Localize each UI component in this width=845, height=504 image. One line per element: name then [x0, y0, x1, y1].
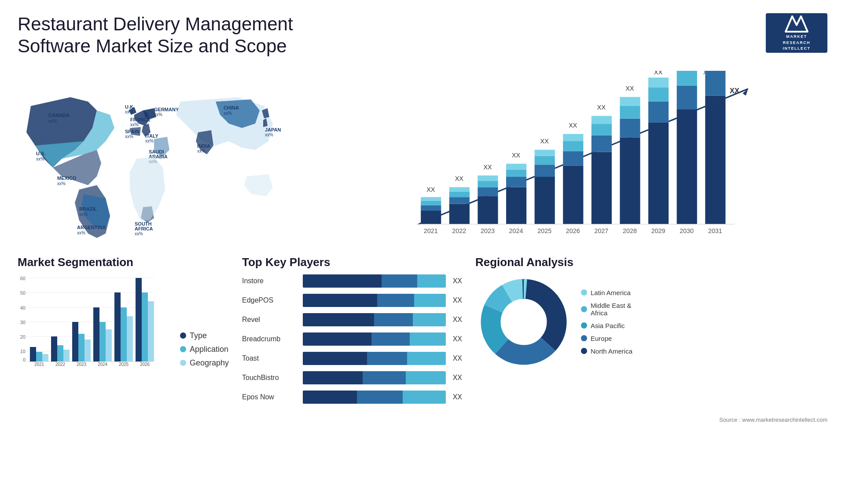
svg-text:2022: 2022: [55, 362, 66, 366]
svg-rect-41: [677, 86, 697, 109]
argentina-value: xx%: [77, 230, 85, 235]
player-row-revel: Revel XX: [242, 313, 462, 326]
segmentation-section: Market Segmentation 60 50 40 30 20 10 0: [18, 256, 229, 410]
year-2026: 2026: [566, 227, 580, 234]
svg-rect-61: [36, 352, 42, 362]
france-value: xx%: [130, 122, 139, 127]
legend-type-dot: [180, 332, 186, 339]
svg-rect-70: [84, 340, 91, 362]
bar-label-2029: XX: [654, 71, 663, 76]
svg-rect-35: [620, 97, 640, 106]
svg-point-89: [501, 299, 547, 345]
bar-chart-section: XX 2021 XX 2022 XX 2023 XX 2024: [326, 71, 827, 247]
svg-text:2021: 2021: [34, 362, 44, 366]
player-name-toast: Toast: [242, 354, 299, 362]
year-2021: 2021: [424, 227, 438, 234]
canada-label: CANADA: [48, 113, 70, 118]
svg-rect-44: [705, 71, 725, 95]
player-bar-instore: [303, 274, 446, 288]
source-text: Source : www.marketresearchintellect.com: [0, 416, 845, 423]
svg-rect-12: [478, 196, 498, 224]
japan-value: xx%: [265, 132, 273, 137]
italy-value: xx%: [145, 139, 154, 143]
legend-me-label: Middle East &Africa: [591, 302, 632, 317]
legend-ap-label: Asia Pacific: [591, 322, 625, 329]
japan-label: JAPAN: [265, 127, 281, 132]
logo-text: MARKETRESEARCHINTELLECT: [783, 34, 811, 52]
svg-rect-31: [592, 116, 612, 124]
year-2029: 2029: [651, 227, 665, 234]
svg-rect-14: [478, 181, 498, 187]
china-label: CHINA: [224, 105, 239, 110]
svg-rect-13: [478, 187, 498, 196]
year-2025: 2025: [537, 227, 551, 234]
page-header: Restaurant Delivery Management Software …: [0, 0, 845, 66]
svg-rect-72: [93, 307, 99, 362]
svg-rect-37: [648, 102, 669, 123]
legend-application-dot: [180, 346, 186, 352]
svg-rect-11: [449, 187, 470, 191]
svg-rect-68: [72, 322, 78, 362]
india-value: xx%: [197, 149, 206, 153]
regional-title: Regional Analysis: [475, 256, 827, 269]
logo-box: MARKETRESEARCHINTELLECT: [766, 13, 827, 53]
bottom-section: Market Segmentation 60 50 40 30 20 10 0: [0, 247, 845, 414]
legend-latin-america: Latin America: [581, 289, 632, 296]
svg-rect-26: [563, 141, 583, 151]
svg-rect-10: [449, 192, 470, 197]
southafrica-value: xx%: [135, 231, 143, 236]
bar-label-2028: XX: [625, 85, 634, 92]
svg-marker-0: [786, 16, 808, 32]
legend-na-label: North America: [591, 347, 632, 355]
uk-value: xx%: [125, 110, 133, 114]
svg-text:20: 20: [20, 334, 26, 340]
year-2030: 2030: [680, 227, 694, 234]
svg-text:0: 0: [23, 357, 26, 362]
players-title: Top Key Players: [242, 256, 462, 269]
donut-area: Latin America Middle East &Africa Asia P…: [475, 274, 827, 370]
player-row-breadcrumb: Breadcrumb XX: [242, 332, 462, 346]
brazil-value: xx%: [79, 212, 88, 217]
svg-rect-5: [421, 205, 441, 210]
uk-label: U.K.: [125, 104, 135, 110]
svg-rect-29: [592, 135, 612, 152]
bar-chart-svg: XX 2021 XX 2022 XX 2023 XX 2024: [326, 71, 827, 247]
legend-middle-east: Middle East &Africa: [581, 302, 632, 317]
legend-application: Application: [180, 345, 229, 354]
player-name-eposnow: Epos Now: [242, 393, 299, 401]
svg-rect-8: [449, 204, 470, 224]
player-row-touchbistro: TouchBistro XX: [242, 371, 462, 384]
players-list: Instore XX EdgePOS: [242, 274, 462, 404]
svg-rect-6: [421, 201, 441, 205]
svg-rect-38: [648, 88, 669, 102]
mexico-value: xx%: [57, 181, 66, 186]
legend-europe: Europe: [581, 335, 632, 342]
legend-north-america: North America: [581, 347, 632, 355]
world-map-svg: CANADA xx% U.S. xx% MEXICO xx% BRAZIL xx…: [18, 71, 317, 242]
year-2022: 2022: [452, 227, 466, 234]
legend-application-label: Application: [190, 345, 228, 354]
bar-label-2023: XX: [483, 163, 492, 170]
player-name-instore: Instore: [242, 277, 299, 285]
player-val-toast: XX: [453, 354, 462, 362]
bar-label-2027: XX: [597, 104, 606, 111]
svg-rect-33: [620, 118, 640, 137]
svg-rect-34: [620, 106, 640, 119]
svg-rect-28: [592, 152, 612, 224]
logo-icon: [783, 14, 810, 34]
player-bar-edgepos: [303, 294, 446, 307]
italy-label: ITALY: [145, 133, 159, 139]
svg-rect-21: [535, 164, 555, 177]
svg-rect-17: [506, 177, 526, 187]
svg-rect-7: [421, 197, 441, 201]
legend-type-label: Type: [190, 331, 207, 340]
page-title: Restaurant Delivery Management Software …: [18, 13, 326, 58]
svg-rect-76: [114, 292, 121, 362]
player-row-eposnow: Epos Now XX: [242, 391, 462, 404]
legend-geography-dot: [180, 360, 186, 366]
seg-chart-area: 60 50 40 30 20 10 0: [18, 274, 229, 368]
svg-rect-81: [142, 292, 148, 362]
svg-rect-30: [592, 124, 612, 135]
canada-value: xx%: [48, 119, 57, 124]
player-bar-breadcrumb: [303, 332, 446, 346]
